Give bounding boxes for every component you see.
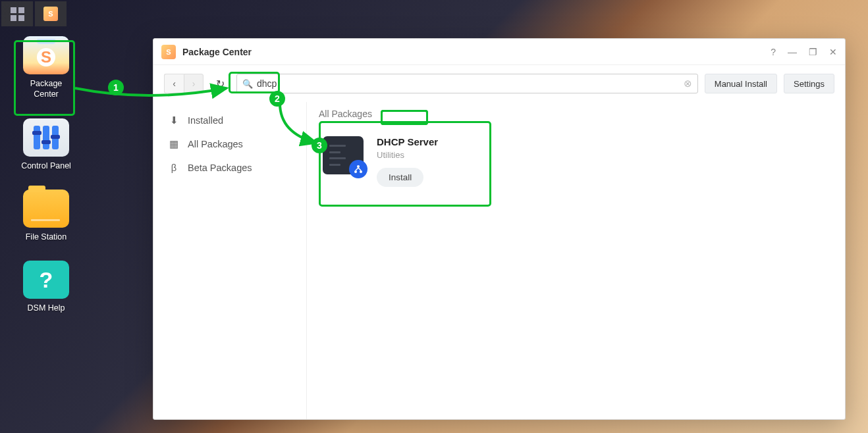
sidebar-item-label: Installed bbox=[188, 115, 223, 126]
window-title: Package Center bbox=[182, 47, 771, 57]
package-center-icon: S bbox=[23, 36, 69, 74]
svg-point-2 bbox=[360, 170, 362, 173]
content-area: All Packages DHCP Server Utilities Insta… bbox=[306, 102, 845, 419]
package-name: DHCP Server bbox=[377, 136, 479, 147]
grid-icon bbox=[11, 7, 24, 21]
desktop-label: Control Panel bbox=[21, 161, 71, 171]
titlebar[interactable]: S Package Center ? — ❐ ✕ bbox=[153, 39, 845, 65]
taskbar-grid-menu[interactable] bbox=[1, 1, 33, 26]
close-button[interactable]: ✕ bbox=[829, 47, 837, 57]
section-title: All Packages bbox=[319, 109, 833, 119]
refresh-button[interactable]: ↻ bbox=[210, 74, 230, 93]
package-center-icon: S bbox=[43, 7, 58, 21]
clear-search-icon[interactable]: ⊗ bbox=[684, 78, 692, 89]
sidebar-installed[interactable]: ⬇ Installed bbox=[161, 109, 298, 132]
nav-forward-button[interactable]: › bbox=[184, 74, 203, 93]
search-box[interactable]: 🔍 ⊗ bbox=[236, 74, 698, 93]
desktop-dsm-help[interactable]: ? DSM Help bbox=[13, 261, 79, 313]
file-station-icon bbox=[23, 190, 69, 228]
maximize-button[interactable]: ❐ bbox=[809, 47, 817, 57]
sidebar-item-label: Beta Packages bbox=[188, 163, 252, 173]
minimize-button[interactable]: — bbox=[788, 47, 797, 57]
desktop-label: DSM Help bbox=[28, 303, 65, 313]
svg-point-1 bbox=[354, 170, 357, 173]
taskbar: S bbox=[0, 0, 68, 28]
search-input[interactable] bbox=[257, 78, 684, 89]
desktop-control-panel[interactable]: Control Panel bbox=[13, 118, 79, 171]
control-panel-icon bbox=[23, 118, 69, 157]
sidebar-all-packages[interactable]: ▦ All Packages bbox=[161, 132, 298, 156]
beta-icon: β bbox=[168, 163, 180, 173]
install-button[interactable]: Install bbox=[377, 168, 423, 187]
package-center-window: S Package Center ? — ❐ ✕ ‹ › ↻ 🔍 ⊗ Manua… bbox=[153, 38, 846, 420]
network-icon bbox=[349, 160, 367, 178]
package-category: Utilities bbox=[377, 150, 479, 160]
annotation-step-1: 1 bbox=[108, 80, 124, 95]
desktop: S Package Center Control Panel File Stat… bbox=[13, 36, 79, 313]
sidebar-beta-packages[interactable]: β Beta Packages bbox=[161, 156, 298, 180]
help-icon[interactable]: ? bbox=[771, 47, 776, 57]
svg-point-0 bbox=[357, 165, 360, 168]
dsm-help-icon: ? bbox=[23, 261, 69, 299]
package-card-dhcp-server[interactable]: DHCP Server Utilities Install bbox=[319, 128, 483, 199]
manual-install-button[interactable]: Manual Install bbox=[705, 74, 777, 93]
taskbar-package-center[interactable]: S bbox=[35, 1, 67, 26]
package-thumbnail bbox=[323, 136, 364, 174]
settings-button[interactable]: Settings bbox=[784, 74, 834, 93]
desktop-label: File Station bbox=[26, 232, 67, 242]
grid-icon: ▦ bbox=[168, 139, 180, 149]
sidebar-item-label: All Packages bbox=[188, 139, 243, 149]
desktop-file-station[interactable]: File Station bbox=[13, 190, 79, 242]
desktop-package-center[interactable]: S Package Center bbox=[13, 36, 79, 100]
sidebar: ⬇ Installed ▦ All Packages β Beta Packag… bbox=[153, 102, 306, 419]
desktop-label: Package Center bbox=[30, 78, 63, 100]
search-icon: 🔍 bbox=[242, 79, 253, 89]
download-icon: ⬇ bbox=[168, 115, 180, 126]
app-icon: S bbox=[161, 45, 176, 59]
toolbar: ‹ › ↻ 🔍 ⊗ Manual Install Settings bbox=[153, 65, 845, 102]
nav-back-button[interactable]: ‹ bbox=[164, 74, 184, 93]
